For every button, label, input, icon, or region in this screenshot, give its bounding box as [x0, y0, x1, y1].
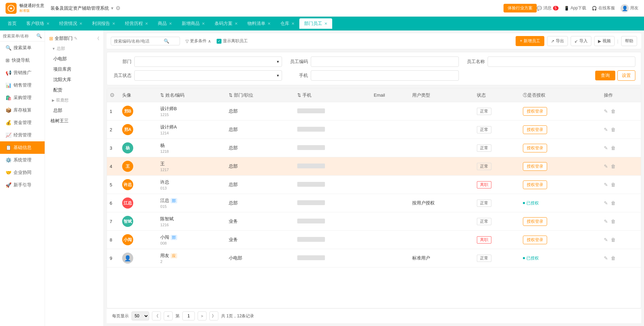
- query-button[interactable]: 查询: [595, 71, 615, 80]
- delete-icon[interactable]: 🗑: [611, 108, 616, 114]
- nav-tab-部门员工[interactable]: 部门员工✕: [299, 18, 332, 29]
- dept-item-xiangmu[interactable]: 项目库房: [48, 64, 103, 74]
- delete-icon[interactable]: 🗑: [611, 182, 616, 187]
- sidebar-item-采购管理[interactable]: 🛍️采购管理: [0, 91, 45, 104]
- edit-icon[interactable]: ✎: [604, 237, 608, 243]
- delete-icon[interactable]: 🗑: [611, 164, 616, 169]
- sidebar-item-库存核算[interactable]: 📦库存核算: [0, 104, 45, 116]
- status-select[interactable]: ▾: [134, 70, 282, 81]
- app-download-button[interactable]: 📱 App下载: [564, 5, 586, 11]
- delete-icon[interactable]: 🗑: [611, 127, 616, 132]
- phone-input[interactable]: [311, 70, 459, 81]
- per-page-select[interactable]: 50 100 200: [131, 311, 149, 320]
- nav-tab-仓库[interactable]: 仓库✕: [275, 18, 299, 29]
- user-button[interactable]: 👤 用友: [620, 4, 638, 12]
- add-employee-button[interactable]: + 新增员工: [516, 36, 544, 46]
- close-tab-icon[interactable]: ✕: [169, 21, 172, 26]
- close-tab-icon[interactable]: ✕: [291, 21, 294, 26]
- nav-tab-条码方案[interactable]: 条码方案✕: [210, 18, 243, 29]
- sidebar-item-资金管理[interactable]: 💰资金管理: [0, 116, 45, 129]
- delete-icon[interactable]: 🗑: [611, 255, 616, 261]
- dept-item-shenyang[interactable]: 沈阳大库: [48, 74, 103, 85]
- reset-button[interactable]: 设置: [617, 70, 635, 81]
- nav-tab-物料清单[interactable]: 物料清单✕: [243, 18, 275, 29]
- sidebar-item-基础信息[interactable]: 📋基础信息: [0, 141, 45, 154]
- nav-tab-经营历程[interactable]: 经营历程✕: [120, 18, 153, 29]
- edit-icon[interactable]: ✎: [604, 255, 608, 261]
- edit-icon[interactable]: ✎: [604, 200, 608, 206]
- search-input[interactable]: [114, 39, 162, 44]
- delete-icon[interactable]: 🗑: [611, 200, 616, 206]
- sidebar-item-销售管理[interactable]: 📊销售管理: [0, 79, 45, 91]
- trial-button[interactable]: 体验行业方案: [504, 4, 537, 12]
- search-submit-icon[interactable]: 🔍: [164, 38, 169, 44]
- view-button[interactable]: ▶ 视频: [594, 36, 615, 46]
- delete-icon[interactable]: 🗑: [611, 145, 616, 151]
- dept-group-shuanglu-title[interactable]: ▶ 双鹿想: [48, 95, 103, 105]
- delete-icon[interactable]: 🗑: [611, 237, 616, 243]
- dept-item-xiaodian[interactable]: 小电部: [48, 54, 103, 64]
- page-number-input[interactable]: [182, 311, 195, 320]
- export-button[interactable]: ↗ 导出: [547, 36, 568, 46]
- first-page-btn[interactable]: 《: [152, 311, 161, 320]
- nav-tab-新增商品[interactable]: 新增商品✕: [177, 18, 210, 29]
- close-tab-icon[interactable]: ✕: [235, 21, 238, 26]
- auth-button[interactable]: 授权登录: [523, 162, 547, 171]
- name-input[interactable]: [488, 56, 635, 67]
- close-tab-icon[interactable]: ✕: [324, 21, 327, 26]
- col-gear-icon[interactable]: ⚙: [110, 92, 115, 98]
- auth-button[interactable]: 授权登录: [523, 107, 547, 116]
- dropdown-icon[interactable]: ▾: [111, 6, 114, 11]
- close-tab-icon[interactable]: ✕: [145, 21, 148, 26]
- close-tab-icon[interactable]: ✕: [46, 21, 49, 26]
- prev-page-btn[interactable]: ＜: [164, 311, 173, 320]
- help-button[interactable]: 帮助: [621, 36, 637, 46]
- close-tab-icon[interactable]: ✕: [202, 21, 205, 26]
- edit-icon[interactable]: ✎: [604, 145, 608, 151]
- sidebar-item-系统管理[interactable]: ⚙️系统管理: [0, 154, 45, 166]
- edit-dept-icon[interactable]: ✎: [74, 36, 78, 41]
- dept-item-zhishu[interactable]: 植树王三: [45, 116, 103, 126]
- close-tab-icon[interactable]: ✕: [112, 21, 115, 26]
- message-button[interactable]: 💬 消息 5: [537, 5, 559, 11]
- edit-icon[interactable]: ✎: [604, 164, 608, 169]
- nav-tab-首页[interactable]: 首页: [3, 18, 21, 29]
- row-spacer: [588, 212, 601, 231]
- edit-icon[interactable]: ✎: [604, 108, 608, 114]
- nav-tab-利润报告[interactable]: 利润报告✕: [87, 18, 120, 29]
- close-tab-icon[interactable]: ✕: [267, 21, 271, 26]
- search-menu-input[interactable]: [3, 34, 35, 38]
- delete-icon[interactable]: 🗑: [611, 219, 616, 224]
- sidebar-item-快捷导航[interactable]: ⊞快捷导航: [0, 54, 45, 67]
- sidebar-item-新手引导[interactable]: 🚀新手引导: [0, 179, 45, 191]
- auth-button[interactable]: 授权登录: [523, 180, 547, 189]
- edit-icon[interactable]: ✎: [604, 182, 608, 187]
- sidebar-item-搜索菜单[interactable]: 🔍搜索菜单: [0, 42, 45, 54]
- close-tab-icon[interactable]: ✕: [79, 21, 82, 26]
- show-departed-toggle[interactable]: ✓ 显示离职员工: [217, 38, 248, 44]
- auth-button[interactable]: 授权登录: [523, 236, 547, 244]
- last-page-btn[interactable]: 》: [209, 311, 218, 320]
- online-service-button[interactable]: 🎧 在线客服: [592, 5, 615, 11]
- nav-tab-商品[interactable]: 商品✕: [153, 18, 177, 29]
- auth-button[interactable]: 授权登录: [523, 217, 547, 226]
- settings-icon[interactable]: ⚙: [116, 5, 120, 11]
- nav-tab-经营情况[interactable]: 经营情况✕: [54, 18, 87, 29]
- nav-tab-客户联络[interactable]: 客户联络✕: [21, 18, 54, 29]
- collapse-dept-btn[interactable]: 《: [95, 36, 99, 42]
- next-page-btn[interactable]: ＞: [198, 311, 207, 320]
- sidebar-item-经营管理[interactable]: 📈经营管理: [0, 129, 45, 141]
- auth-button[interactable]: 授权登录: [523, 144, 547, 152]
- dept-group-zongbu[interactable]: ▼ 总部: [48, 44, 103, 54]
- dept-item-peihuo[interactable]: 配货: [48, 85, 103, 95]
- edit-icon[interactable]: ✎: [604, 219, 608, 224]
- auth-button[interactable]: 授权登录: [523, 125, 547, 134]
- dept-select[interactable]: ▾: [134, 56, 282, 67]
- edit-icon[interactable]: ✎: [604, 127, 608, 132]
- dept-item-zongbu[interactable]: 总部: [48, 105, 103, 116]
- sidebar-item-企业协同[interactable]: 🤝企业协同: [0, 166, 45, 179]
- sidebar-item-营销推广[interactable]: 📢营销推广: [0, 67, 45, 79]
- more-filters-btn[interactable]: ▽ 更多条件 ∧: [183, 37, 214, 45]
- import-button[interactable]: ↙ 导入: [571, 36, 591, 46]
- code-input[interactable]: [311, 56, 459, 67]
